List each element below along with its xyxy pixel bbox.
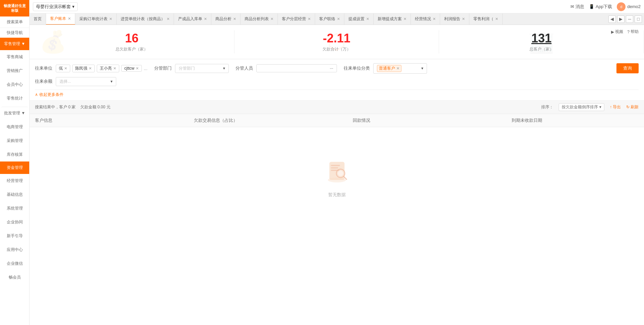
result-bar: 搜索结果中，客户 0 家 欠款金额 0.00 元 排序： 按欠款金额倒序排序 ▾…	[30, 101, 644, 114]
tab-product-analysis[interactable]: 商品分析 ✕	[211, 13, 241, 25]
filter-area: 往来单位 佤 ✕ 陈民强 ✕ 王小亮 ✕ cjttcw	[30, 59, 644, 101]
empty-text: 暂无数据	[328, 192, 346, 198]
remove-tag-chenmq[interactable]: ✕	[89, 66, 92, 71]
close-icon[interactable]: ✕	[270, 17, 273, 21]
sidebar-item-purchase-mgmt[interactable]: 采购管理	[1, 135, 28, 147]
tab-commission-settings[interactable]: 提成设置 ✕	[344, 13, 374, 25]
sidebar-item-retail-mgmt[interactable]: 零售管理 ▼	[0, 38, 29, 50]
sidebar-item-base-info[interactable]: 基础信息	[1, 188, 28, 201]
table-header: 客户信息 欠款交易信息（占比） 回款情况 到期未收款日期	[30, 114, 644, 127]
chevron-down-icon: ▾	[72, 4, 75, 9]
refresh-btn[interactable]: ↻ 刷新	[626, 104, 639, 110]
filter-tag-wangxl: 王小亮 ✕	[97, 65, 119, 72]
chevron-down-icon: ▾	[599, 105, 601, 109]
remove-tag-wangxl[interactable]: ✕	[113, 66, 116, 71]
ellipsis-icon: ···	[330, 66, 333, 71]
sidebar-item-operations[interactable]: 经营管理	[1, 175, 28, 187]
sidebar-item-inventory[interactable]: 库存核算	[1, 148, 28, 161]
sidebar-item-member-center[interactable]: 会员中心	[1, 78, 28, 91]
branch-person-select[interactable]: ···	[256, 64, 337, 72]
close-icon[interactable]: ✕	[495, 17, 498, 21]
more-tags-btn[interactable]: ...	[144, 66, 147, 71]
sidebar: 畅捷通好生意 标版 搜索菜单 快捷导航 零售管理 ▼ 零售商城 营销推广 会员中…	[0, 0, 30, 325]
tab-product-analysis-list[interactable]: 商品分析列表 ✕	[241, 13, 278, 25]
tab-minimize[interactable]: ─	[626, 15, 633, 23]
sidebar-item-retail-mall[interactable]: 零售商城	[1, 51, 28, 63]
sidebar-item-newbie[interactable]: 新手引导	[1, 230, 28, 242]
col-header-debt: 欠款交易信息（占比）	[194, 117, 353, 123]
stat-total-customers: 💰 16 总欠款客户（家）	[30, 30, 234, 53]
tab-home[interactable]: 首页	[30, 13, 46, 25]
close-icon[interactable]: ✕	[204, 17, 207, 21]
close-icon[interactable]: ✕	[433, 17, 436, 21]
tab-product-inbound[interactable]: 产成品入库单 ✕	[174, 13, 211, 25]
table-area: 客户信息 欠款交易信息（占比） 回款情况 到期未收款日期	[30, 114, 644, 225]
tab-scroll-left[interactable]: ◀	[608, 15, 616, 23]
branch-person-label: 分管人员	[235, 65, 253, 71]
tab-purchase-stats-by-product[interactable]: 进货单统计表（按商品） ✕	[117, 13, 174, 25]
svg-point-7	[338, 171, 343, 176]
search-menu[interactable]: 搜索菜单	[0, 16, 29, 28]
sidebar-item-ecommerce[interactable]: 电商管理	[1, 121, 28, 133]
refresh-icon: ↻	[626, 105, 630, 109]
app-logo[interactable]: 畅捷通好生意 标版	[0, 0, 29, 16]
close-icon[interactable]: ✕	[68, 16, 71, 21]
close-icon[interactable]: ✕	[337, 17, 340, 21]
tab-operations[interactable]: 经营情况 ✕	[411, 13, 440, 25]
tab-maximize[interactable]: □	[635, 15, 642, 23]
video-help-btn[interactable]: ▶ 视频	[611, 29, 623, 35]
balance-label: 往来余额	[35, 78, 52, 84]
collapse-btn[interactable]: ∧ 收起更多条件	[35, 90, 639, 100]
close-icon[interactable]: ✕	[403, 17, 406, 21]
tab-customer-ledger[interactable]: 客户账本 ✕	[46, 13, 75, 25]
remove-unit-category[interactable]: ✕	[396, 66, 399, 71]
unit-category-select[interactable]: 普通客户 ✕ ▾	[373, 63, 427, 74]
tab-scroll-right[interactable]: ▶	[617, 15, 625, 23]
sidebar-item-capital-mgmt[interactable]: 资金管理	[0, 161, 29, 174]
close-icon[interactable]: ✕	[308, 17, 311, 21]
branch-dept-select[interactable]: 分管部门 ▾	[175, 64, 229, 73]
chevron-down-icon: ▾	[421, 66, 423, 71]
sidebar-item-app-center[interactable]: 应用中心	[1, 244, 28, 256]
sidebar-item-enterprise[interactable]: 企业协同	[1, 216, 28, 228]
sidebar-item-enterprise-wechat[interactable]: 企业微信	[1, 257, 28, 270]
messages-btn[interactable]: ✉ 消息	[570, 4, 584, 10]
filter-tag-cjttcw: cjttcw ✕	[121, 65, 142, 72]
sidebar-item-marketing[interactable]: 营销推广	[1, 65, 28, 77]
org-selector[interactable]: 母婴行业演示帐套 ▾	[33, 2, 78, 11]
tab-customer-segment[interactable]: 客户分层经营 ✕	[278, 13, 315, 25]
sidebar-item-retail-stats[interactable]: 零售统计	[1, 92, 28, 105]
tab-new-commission-plan[interactable]: 新增提成方案 ✕	[374, 13, 411, 25]
quick-nav[interactable]: 快捷导航	[0, 28, 29, 38]
stat-total-customers-value: 16	[125, 32, 138, 45]
close-icon[interactable]: ✕	[462, 17, 465, 21]
tab-customer-contact[interactable]: 客户联络 ✕	[315, 13, 344, 25]
tab-profit-report[interactable]: 利润报告 ✕	[440, 13, 469, 25]
collapse-row: ∧ 收起更多条件	[35, 89, 639, 100]
topbar: 母婴行业演示帐套 ▾ ✉ 消息 📱 App下载 d demo2	[30, 0, 644, 13]
close-icon[interactable]: ✕	[109, 17, 112, 21]
app-download-btn[interactable]: 📱 App下载	[589, 4, 612, 10]
query-button[interactable]: 查询	[616, 63, 639, 73]
remove-tag-cjttcw[interactable]: ✕	[136, 66, 139, 71]
user-menu[interactable]: d demo2	[617, 2, 641, 11]
tab-purchase-order-stats[interactable]: 采购订单统计表 ✕	[75, 13, 117, 25]
remove-tag-wa[interactable]: ✕	[64, 66, 67, 71]
tab-retail-profit[interactable]: 零售利润（ ✕	[469, 13, 503, 25]
chevron-down-icon: ▾	[111, 79, 113, 84]
close-icon[interactable]: ✕	[167, 17, 170, 21]
close-icon[interactable]: ✕	[233, 17, 236, 21]
stat-debt-total: ⬡ -2.11 欠款合计（万）	[234, 30, 439, 53]
close-icon[interactable]: ✕	[366, 17, 369, 21]
sidebar-item-sys-mgmt[interactable]: 系统管理	[1, 202, 28, 215]
help-btn[interactable]: ? 帮助	[627, 29, 639, 35]
filter-row-1: 往来单位 佤 ✕ 陈民强 ✕ 王小亮 ✕ cjttcw	[35, 63, 639, 74]
sidebar-item-batch-mgmt[interactable]: 批发管理 ▼	[1, 107, 28, 119]
main-area: 母婴行业演示帐套 ▾ ✉ 消息 📱 App下载 d demo2 首页 客户账本	[30, 0, 644, 325]
sort-select[interactable]: 按欠款金额倒序排序 ▾	[559, 103, 604, 111]
balance-select[interactable]: 选择... ▾	[56, 77, 116, 86]
avatar: d	[617, 2, 626, 11]
sidebar-item-vip-member[interactable]: 畅会员	[1, 271, 28, 284]
tab-controls: ◀ ▶ ─ □	[606, 15, 644, 23]
export-btn[interactable]: ↑ 导出	[610, 104, 621, 110]
